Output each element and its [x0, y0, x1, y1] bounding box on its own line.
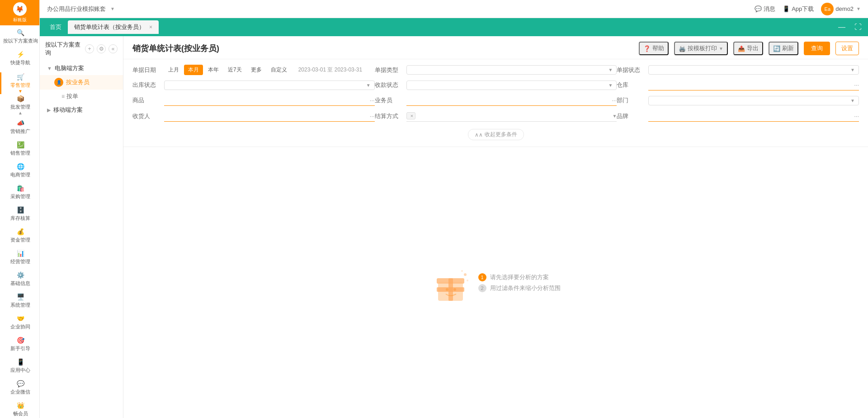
warehouse-dots[interactable]: ··· — [854, 81, 859, 88]
right-panel: 销货单统计表(按业务员) ❓ 帮助 🖨️ 按模板打印 ▼ 📤 导出 — [123, 36, 868, 418]
user-menu[interactable]: Ea demo2 ▼ — [821, 3, 861, 15]
message-btn[interactable]: 💬 消息 — [755, 5, 775, 13]
panel-add-btn[interactable]: + — [85, 44, 94, 53]
sidebar-item-finance-label: 资金管理 — [10, 237, 30, 243]
app-download-btn[interactable]: 📱 App下载 — [783, 5, 814, 13]
scheme-tree: ▼ 电脑端方案 👤 按业务员 ≡ 按单 ▶ 移动端方案 — [40, 60, 123, 119]
brand-input[interactable]: ··· — [648, 111, 859, 122]
export-btn[interactable]: 📤 导出 — [733, 42, 763, 55]
cooperation-icon — [17, 314, 24, 323]
settlement-dropdown-icon[interactable]: ▼ — [612, 114, 617, 119]
sidebar-item-ecom[interactable]: 电商管理 — [0, 159, 40, 181]
dept-select[interactable]: ▼ — [648, 96, 859, 105]
tree-child-by-salesperson[interactable]: 👤 按业务员 — [40, 75, 123, 90]
refresh-label: 刷新 — [782, 44, 794, 52]
sidebar-item-finance[interactable]: 资金管理 — [0, 224, 40, 246]
print-btn[interactable]: 🖨️ 按模板打印 ▼ — [674, 42, 728, 55]
warehouse-label: 仓库 — [617, 81, 648, 89]
breadcrumb-dropdown-icon[interactable]: ▼ — [110, 6, 115, 11]
brand-dots[interactable]: ··· — [854, 113, 859, 119]
settings-icon: ⚙ — [99, 46, 104, 52]
sidebar-item-quicknav[interactable]: 快捷导航 — [0, 47, 40, 69]
sidebar-item-operations-label: 经营管理 — [10, 258, 30, 265]
sidebar-item-operations[interactable]: 经营管理 — [0, 246, 40, 268]
date-tab-custom[interactable]: 自定义 — [267, 65, 291, 75]
settlement-input[interactable]: × ▼ — [406, 110, 617, 122]
payment-select[interactable]: ▼ — [406, 81, 617, 90]
settlement-tag-close[interactable]: × — [410, 113, 413, 119]
message-label: 消息 — [764, 5, 775, 13]
doc-type-select[interactable]: ▼ — [406, 65, 617, 75]
tree-subchild-by-order[interactable]: ≡ 按单 — [40, 90, 123, 103]
tab-home[interactable]: 首页 — [43, 20, 68, 34]
user-name: demo2 — [835, 5, 854, 12]
date-range-display: 2023-03-01 至 2023-03-31 — [298, 66, 362, 74]
sidebar-item-basic-label: 基础信息 — [10, 280, 30, 287]
sidebar-item-purchase[interactable]: 采购管理 — [0, 181, 40, 203]
operations-icon — [17, 249, 24, 257]
date-tab-7days[interactable]: 近7天 — [224, 65, 246, 75]
doc-status-select[interactable]: ▼ — [648, 65, 859, 75]
retail-icon — [17, 73, 24, 81]
sidebar-item-app[interactable]: 应用中心 — [0, 355, 40, 376]
sidebar-item-inventory[interactable]: 库存核算 — [0, 203, 40, 224]
svg-point-4 — [464, 273, 467, 276]
consignee-input[interactable]: ··· — [164, 111, 375, 122]
collapse-btn[interactable]: ∧∧ 收起更多条件 — [468, 129, 524, 140]
refresh-btn[interactable]: 🔄 刷新 — [769, 42, 798, 55]
user-avatar: Ea — [821, 3, 834, 15]
tab-close-icon[interactable]: × — [149, 24, 152, 30]
salesperson-label: 业务员 — [375, 96, 406, 104]
sidebar-item-marketing[interactable]: 营销推广 — [0, 116, 40, 138]
add-icon: + — [88, 46, 91, 52]
sidebar-item-system[interactable]: 系统管理 — [0, 290, 40, 311]
consignee-dots[interactable]: ··· — [370, 113, 375, 119]
tree-node-mobile[interactable]: ▶ 移动端方案 — [40, 103, 123, 117]
delivery-select[interactable]: ▼ — [164, 81, 375, 90]
delivery-dropdown-icon: ▼ — [366, 83, 371, 88]
date-tab-thisyear[interactable]: 本年 — [204, 65, 223, 75]
tab-home-label: 首页 — [50, 23, 61, 31]
sidebar-item-wholesale-label: 批发管理 — [10, 104, 30, 110]
panel-settings-btn[interactable]: ⚙ — [97, 44, 106, 53]
settings-btn[interactable]: 设置 — [835, 42, 859, 55]
logo-icon: 🦊 — [13, 2, 27, 16]
app-download-icon: 📱 — [783, 5, 790, 12]
sidebar-item-marketing-label: 营销推广 — [10, 128, 30, 135]
date-tab-lastmonth[interactable]: 上月 — [164, 65, 183, 75]
goods-input[interactable]: ··· — [164, 95, 375, 106]
salesperson-dots[interactable]: ··· — [612, 97, 617, 104]
sidebar-item-newbie-label: 新手引导 — [10, 345, 30, 352]
sidebar-item-wecom[interactable]: 企业微信 — [0, 376, 40, 398]
date-tab-thismonth[interactable]: 本月 — [184, 65, 203, 75]
dept-filter-group: 部门 ▼ — [617, 96, 859, 105]
wholesale-expand-icon: ▲ — [18, 110, 23, 115]
sidebar-item-retail[interactable]: 零售管理 ▼ — [0, 72, 40, 94]
sidebar-item-member[interactable]: 畅会员 — [0, 398, 40, 418]
tree-node-pc[interactable]: ▼ 电脑端方案 — [40, 62, 123, 75]
tab-maximize-btn[interactable]: ⛶ — [852, 21, 864, 33]
sidebar-item-basic[interactable]: 基础信息 — [0, 268, 40, 290]
settlement-filter-group: 结算方式 × ▼ — [375, 110, 617, 122]
sidebar-item-newbie[interactable]: 新手引导 — [0, 333, 40, 355]
sidebar-item-system-label: 系统管理 — [10, 302, 30, 309]
sidebar-item-wholesale[interactable]: 批发管理 ▲ — [0, 94, 40, 116]
system-icon — [17, 293, 24, 301]
salesperson-input[interactable]: ··· — [406, 95, 617, 106]
hint-1-num: 1 — [478, 273, 486, 281]
sidebar-item-cooperation[interactable]: 企业协同 — [0, 311, 40, 333]
panel-collapse-btn[interactable]: « — [108, 44, 118, 53]
tab-current[interactable]: 销货单统计表（按业务员） × — [68, 20, 159, 34]
warehouse-input[interactable]: ··· — [648, 80, 859, 90]
sidebar-item-wecom-label: 企业微信 — [10, 389, 30, 395]
date-tab-more[interactable]: 更多 — [247, 65, 266, 75]
goods-dots[interactable]: ··· — [370, 97, 375, 104]
query-btn[interactable]: 查询 — [804, 42, 830, 55]
collapse-row: ∧∧ 收起更多条件 — [132, 126, 859, 141]
help-btn[interactable]: ❓ 帮助 — [639, 42, 669, 55]
sidebar-item-ecom-label: 电商管理 — [10, 171, 30, 178]
page-title: 销货单统计表(按业务员) — [132, 43, 219, 54]
tab-minimize-btn[interactable]: — — [835, 21, 848, 33]
sidebar-item-search[interactable]: 按以下方案查询 — [0, 25, 40, 47]
sidebar-item-sales[interactable]: 销售管理 — [0, 138, 40, 159]
